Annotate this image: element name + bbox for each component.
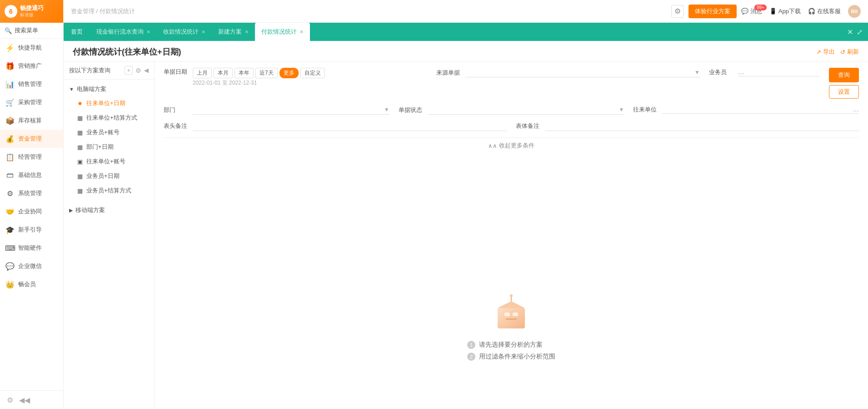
tabbar: 首页 现金银行流水查询 ✕ 收款情况统计 ✕ 新建方案 ✕ 付款情况统计 ✕ ✕…	[64, 23, 868, 41]
footer-collapse-icon[interactable]: ◀◀	[19, 394, 30, 405]
scheme-settings-icon[interactable]: ⚙	[135, 67, 141, 74]
scheme-section-desktop-title[interactable]: ▼ 电脑端方案	[64, 82, 154, 96]
query-btn[interactable]: 查询	[829, 68, 859, 82]
status-select[interactable]: ▼	[428, 105, 624, 115]
date-last-month[interactable]: 上月	[193, 68, 212, 78]
unit-payment-icon: ▦	[76, 114, 84, 121]
sidebar-item-finance[interactable]: 💰 资金管理	[0, 130, 63, 148]
tab-bank[interactable]: 现金银行流水查询 ✕	[90, 23, 157, 41]
unit-account-label: 往来单位+账号	[86, 157, 125, 166]
topbar-settings-btn[interactable]: ⚙	[671, 5, 684, 18]
sidebar-item-basic[interactable]: 🗃 基础信息	[0, 166, 63, 184]
purchase-icon: 🛒	[5, 98, 15, 107]
tab-new-plan-close[interactable]: ✕	[244, 29, 249, 35]
footer-settings-icon[interactable]: ⚙	[5, 394, 15, 405]
staff-date-label: 业务员+日期	[86, 172, 120, 180]
unit-input-area: ...	[662, 105, 859, 114]
dept-date-icon: ▦	[76, 143, 84, 151]
main-area: 资金管理 / 付款情况统计 ⚙ 体验行业方案 💬 消息 99+ 📱 App下载 …	[64, 0, 868, 409]
avatar[interactable]: Rit	[848, 5, 861, 18]
desktop-chevron-icon: ▼	[69, 86, 74, 92]
tab-payment[interactable]: 付款情况统计 ✕	[255, 23, 310, 41]
date-last7[interactable]: 近7天	[255, 68, 278, 78]
tab-collection-close[interactable]: ✕	[201, 29, 205, 35]
body-note-input[interactable]	[545, 121, 859, 131]
empty-step1-text: 请先选择要分析的方案	[479, 341, 543, 349]
wechat-icon: 💬	[5, 262, 15, 271]
scheme-item-unit-payment[interactable]: ▦ 往来单位+结算方式	[64, 111, 154, 125]
scheme-section-mobile-title[interactable]: ▶ 移动端方案	[64, 203, 154, 217]
sidebar-item-marketing[interactable]: 🎁 营销推广	[0, 57, 63, 75]
sidebar-item-collab[interactable]: 🤝 企业协同	[0, 202, 63, 221]
date-this-month[interactable]: 本月	[214, 68, 233, 78]
collapse-filter-btn[interactable]: ∧∧ 收起更多条件	[164, 137, 859, 153]
export-label: 导出	[823, 48, 835, 56]
date-this-year[interactable]: 本年	[234, 68, 254, 78]
unit-account-icon: ▣	[76, 158, 84, 165]
empty-num-1: 1	[467, 341, 475, 349]
sidebar-item-hardware[interactable]: ⌨ 智能硬件	[0, 239, 63, 257]
sidebar-item-system[interactable]: ⚙ 系统管理	[0, 184, 63, 202]
source-arrow-icon: ▼	[694, 69, 700, 76]
header-note-input[interactable]	[193, 121, 507, 131]
sidebar-item-inventory[interactable]: 📦 库存核算	[0, 111, 63, 130]
system-icon: ⚙	[5, 189, 15, 198]
filter-staff-group: 业务员 ...	[709, 68, 820, 76]
app-label: App下载	[778, 7, 801, 15]
app-icon: 📱	[769, 8, 777, 15]
tab-payment-close[interactable]: ✕	[299, 29, 304, 35]
scheme-item-unit-date[interactable]: ● 往来单位+日期	[64, 96, 154, 111]
dept-select[interactable]: ▼	[193, 105, 389, 115]
online-service-btn[interactable]: 🎧 在线客服	[808, 7, 841, 15]
scheme-item-staff-date[interactable]: ▦ 业务员+日期	[64, 169, 154, 183]
scheme-item-dept-date[interactable]: ▦ 部门+日期	[64, 140, 154, 154]
sidebar-item-member[interactable]: 👑 畅会员	[0, 275, 63, 293]
scheme-panel: 按以下方案查询 + ⚙ ◀ ▼ 电脑端方案 ● 往来单位+日期	[64, 61, 155, 409]
filter-settings-btn[interactable]: 设置	[829, 85, 859, 99]
tab-new-plan[interactable]: 新建方案 ✕	[212, 23, 255, 41]
refresh-btn[interactable]: ↺ 刷新	[840, 48, 859, 56]
message-icon: 💬	[741, 8, 748, 15]
sidebar-item-wechat[interactable]: 💬 企业微信	[0, 257, 63, 275]
unit-dots[interactable]: ...	[853, 105, 859, 113]
home-tab-label: 首页	[71, 28, 83, 36]
basic-icon: 🗃	[5, 171, 15, 180]
scheme-item-staff-payment[interactable]: ▦ 业务员+结算方式	[64, 183, 154, 198]
scheme-item-unit-account[interactable]: ▣ 往来单位+账号	[64, 154, 154, 169]
scheme-panel-actions: + ⚙ ◀	[125, 66, 149, 75]
message-btn[interactable]: 💬 消息 99+	[741, 7, 762, 15]
source-select[interactable]: ▼	[465, 68, 700, 77]
date-more[interactable]: 更多	[279, 68, 299, 78]
empty-num-2: 2	[467, 353, 475, 361]
operations-label: 经营管理	[18, 153, 42, 161]
sidebar-item-quick-nav[interactable]: ⚡ 快捷导航	[0, 39, 63, 57]
trial-btn[interactable]: 体验行业方案	[688, 5, 737, 18]
sidebar-item-purchase[interactable]: 🛒 采购管理	[0, 93, 63, 111]
scheme-add-icon[interactable]: +	[125, 66, 133, 75]
svg-rect-2	[504, 313, 510, 316]
staff-date-icon: ▦	[76, 172, 84, 180]
scheme-item-staff-account[interactable]: ▦ 业务员+账号	[64, 125, 154, 140]
date-custom[interactable]: 自定义	[300, 68, 325, 78]
tab-expand-icon[interactable]: ⤢	[857, 28, 863, 36]
scheme-collapse-icon[interactable]: ◀	[144, 67, 149, 74]
staff-input-area: ...	[738, 68, 820, 76]
sidebar-item-sales[interactable]: 📊 销售管理	[0, 75, 63, 93]
staff-label: 业务员	[709, 68, 734, 76]
tab-close-all-icon[interactable]: ✕	[847, 28, 853, 36]
sidebar-item-operations[interactable]: 📋 经营管理	[0, 148, 63, 166]
app-download-btn[interactable]: 📱 App下载	[769, 7, 801, 15]
sidebar-header: 6 畅捷通巧 标准版	[0, 0, 63, 23]
tab-home[interactable]: 首页	[64, 23, 90, 41]
search-label: 搜索菜单	[15, 26, 38, 35]
date-controls: 上月 本月 本年 近7天 更多 自定义 2022-01-01 至 2022-12…	[193, 68, 325, 87]
content-area: 付款情况统计(往来单位+日期) ↗ 导出 ↺ 刷新 按以下方案查询 +	[64, 41, 868, 409]
export-btn[interactable]: ↗ 导出	[816, 48, 835, 56]
search-menu[interactable]: 🔍 搜索菜单	[0, 23, 63, 39]
tab-bank-close[interactable]: ✕	[146, 29, 150, 35]
export-icon: ↗	[816, 49, 821, 56]
sidebar-item-guide[interactable]: 🎓 新手引导	[0, 221, 63, 239]
tab-collection[interactable]: 收款情况统计 ✕	[157, 23, 212, 41]
staff-dots[interactable]: ...	[738, 68, 744, 76]
mobile-chevron-icon: ▶	[69, 207, 73, 213]
